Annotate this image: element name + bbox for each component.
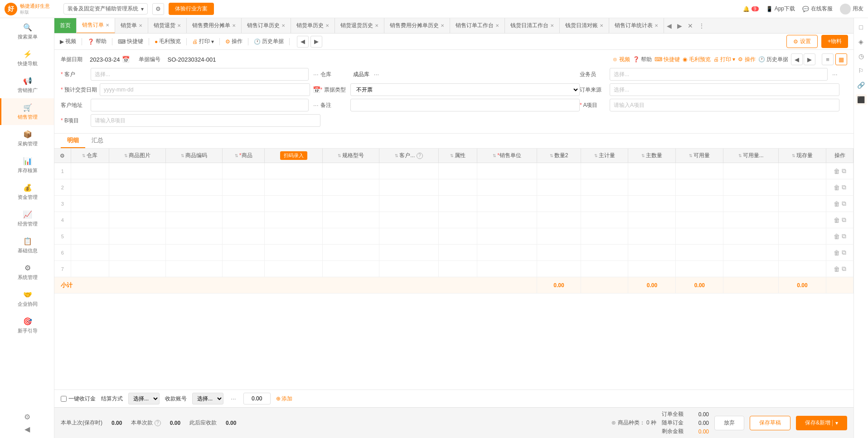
online-service-button[interactable]: 💬 在线客服 [802,5,833,13]
code-cell[interactable] [166,196,223,212]
delete-row-icon[interactable]: 🗑 [834,265,840,273]
customer-code-cell[interactable] [379,163,439,179]
copy-row-icon[interactable]: ⧉ [842,232,846,240]
discard-button[interactable]: 放弃 [714,416,744,430]
tab-home[interactable]: 首页 [54,18,77,34]
prev-record-icon[interactable]: ◀ [297,36,309,48]
address-more-icon[interactable]: ··· [311,101,320,109]
grid-view-icon[interactable]: ▦ [835,53,847,65]
tab-close-icon[interactable]: ✕ [441,23,444,28]
goods-cell[interactable] [223,228,265,245]
attr-cell[interactable] [438,212,477,228]
col-settings-header[interactable]: ⚙ [54,149,71,163]
delete-row-icon[interactable]: 🗑 [834,233,840,240]
delivery-date-input[interactable] [100,83,310,96]
shortcut-button[interactable]: ⌨ 快捷键 [118,38,143,45]
delivery-cal-icon[interactable]: 📅 [313,86,320,93]
right-icon-2[interactable]: ◈ [856,36,867,47]
print-dropdown-icon[interactable]: ▾ [211,39,214,45]
goods-cell[interactable] [223,179,265,196]
customer-input[interactable] [91,68,309,81]
tab-daily-reconcile[interactable]: 钱货日清对账 ✕ [560,18,609,34]
qty2-cell[interactable] [537,196,581,212]
operation-icon2[interactable]: ⚙ 操作 [738,56,755,63]
copy-row-icon[interactable]: ⧉ [842,167,846,175]
unit-cell[interactable] [477,261,537,277]
customer-more-icon[interactable]: ··· [311,71,320,78]
copy-row-icon[interactable]: ⧉ [842,249,846,256]
sidebar-item-finance[interactable]: 💰 资金管理 [0,178,54,205]
prev-icon[interactable]: ◀ [791,53,803,65]
qty2-cell[interactable] [537,163,581,179]
goods-cell[interactable] [223,212,265,228]
sidebar-item-guide[interactable]: 🎯 新手引导 [0,312,54,339]
attr-cell[interactable] [438,163,477,179]
sidebar-item-purchase[interactable]: 📦 采购管理 [0,125,54,152]
app-download-button[interactable]: 📱 App下载 [766,5,795,13]
tab-close-icon[interactable]: ✕ [655,23,658,28]
goods-cell[interactable] [223,196,265,212]
main-qty-cell[interactable] [628,179,676,196]
sidebar-item-system[interactable]: ⚙ 系统管理 [0,259,54,285]
delete-row-icon[interactable]: 🗑 [834,249,840,256]
tab-close-icon[interactable]: ✕ [550,23,554,28]
industry-solution-button[interactable]: 体验行业方案 [169,3,214,15]
sidebar-item-marketing[interactable]: 📢 营销推广 [0,72,54,98]
tab-sales-order[interactable]: 销售订单 ✕ [77,18,115,34]
tab-next-icon[interactable]: ▶ [674,22,685,29]
qty2-cell[interactable] [537,261,581,277]
system-selector[interactable]: 装备及固定资产辅助管理系统 ▾ [63,3,148,14]
history-icon2[interactable]: 🕐 历史单据 [758,56,788,63]
next-icon[interactable]: ▶ [804,53,815,65]
main-qty-cell[interactable] [628,212,676,228]
delete-row-icon[interactable]: 🗑 [834,217,840,224]
code-cell[interactable] [166,261,223,277]
save-dropdown-icon[interactable]: ▾ [832,420,838,426]
sidebar-item-operations[interactable]: 📈 经营管理 [0,205,54,232]
tab-close-icon[interactable]: ✕ [495,23,499,28]
tab-detail[interactable]: 明细 [61,134,85,148]
user-menu[interactable]: 用友 [840,4,863,14]
shortcut-icon[interactable]: ⌨ 快捷键 [655,56,680,63]
right-icon-3[interactable]: ◷ [856,51,867,62]
print-icon2[interactable]: 🖨 打印 ▾ [713,56,736,63]
main-qty-cell[interactable] [628,245,676,261]
list-view-icon[interactable]: ≡ [822,53,834,65]
print-button[interactable]: 🖨 打印 ▾ [192,38,214,45]
tab-expense-history[interactable]: 销售费用分摊单历史 ✕ [384,18,450,34]
unit-cell[interactable] [477,179,537,196]
customer-code-cell[interactable] [379,179,439,196]
delete-row-icon[interactable]: 🗑 [834,200,840,207]
tab-close-icon[interactable]: ✕ [600,23,603,28]
project-b-input[interactable] [91,114,320,127]
warehouse-cell[interactable] [71,261,109,277]
tab-order-stats[interactable]: 销售订单统计表 ✕ [609,18,664,34]
help-icon2[interactable]: ❓ 帮助 [633,56,652,63]
copy-row-icon[interactable]: ⧉ [842,183,846,191]
sidebar-item-search[interactable]: 🔍 搜索菜单 [0,18,54,45]
warehouse-cell[interactable] [71,196,109,212]
amount-input[interactable] [243,393,271,404]
help-button[interactable]: ❓ 帮助 [87,38,107,45]
delete-row-icon[interactable]: 🗑 [834,168,840,175]
goods-cell[interactable] [223,245,265,261]
spec-cell[interactable] [323,245,379,261]
tab-sales-expense[interactable]: 销售费用分摊单 ✕ [187,18,242,34]
code-cell[interactable] [166,212,223,228]
attr-cell[interactable] [438,228,477,245]
sidebar-item-enterprise[interactable]: 🤝 企业协同 [0,285,54,312]
qty2-cell[interactable] [537,228,581,245]
warehouse-cell[interactable] [71,245,109,261]
tab-close-icon[interactable]: ✕ [139,23,142,28]
warehouse-cell[interactable] [71,179,109,196]
tab-close-icon[interactable]: ✕ [232,23,236,28]
invoice-type-select[interactable]: 不开票 [350,83,580,96]
tab-order-workbench[interactable]: 销售订单工作台 ✕ [450,18,505,34]
staff-more-icon[interactable]: ··· [830,71,839,78]
sidebar-item-sales[interactable]: 🛒 销售管理 [0,98,54,125]
sidebar-item-inventory[interactable]: 📊 库存核算 [0,152,54,178]
settings-button[interactable]: ⚙ 设置 [786,35,818,48]
add-material-button[interactable]: +物料 [821,35,848,48]
help-icon-col[interactable]: ? [417,153,423,159]
qty2-cell[interactable] [537,245,581,261]
